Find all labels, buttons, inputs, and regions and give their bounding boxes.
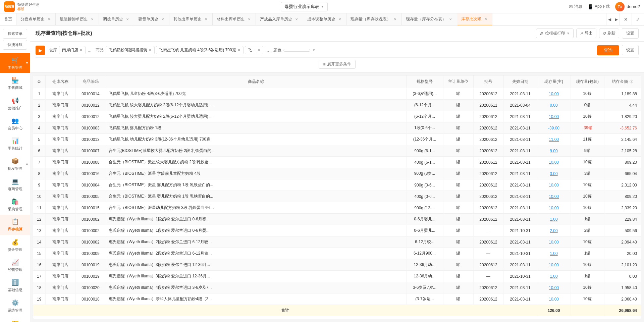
cell-qty-main-14[interactable]: 10.00 bbox=[537, 236, 571, 248]
tab-close-btn[interactable]: ✕ bbox=[620, 13, 632, 25]
color-filter-label: 颜色 bbox=[273, 47, 281, 53]
sidebar-item-corp[interactable]: 🤝 企业协同 bbox=[0, 316, 30, 322]
cell-code-16: 00100019 bbox=[75, 259, 106, 271]
warehouse-tag-1-close[interactable]: ✕ bbox=[79, 48, 83, 52]
tab-yao-huo-close[interactable]: ✕ bbox=[160, 17, 165, 22]
cell-qty-main-15[interactable]: 1.00 bbox=[537, 248, 571, 259]
cell-qty-main-1[interactable]: 10.00 bbox=[537, 88, 571, 100]
template-print-btn[interactable]: 🖨 按模板打印 ▼ bbox=[536, 29, 574, 38]
user-avatar-area[interactable]: Ea demo2 bbox=[615, 2, 640, 11]
cell-qty-main-11[interactable]: 10.00 bbox=[537, 202, 571, 214]
goods-tag-2[interactable]: 飞鹤星飞帆 儿童奶粉 4段(3-6岁适用) 700克 ✕ bbox=[156, 46, 244, 54]
sidebar-item-wholesale[interactable]: 📦 批发管理 ▼ bbox=[0, 154, 30, 174]
cell-qty-main-17[interactable]: 1.00 bbox=[537, 271, 571, 282]
tab-chan-pin[interactable]: 产成品入库单历史 ✕ bbox=[256, 13, 303, 25]
sidebar-item-retail-stats[interactable]: 📊 零售统计 bbox=[0, 134, 30, 154]
goods-tag-1[interactable]: 飞鹤奶粉3段同捆捆装 ✕ bbox=[106, 46, 155, 54]
sidebar-item-system[interactable]: ⚙️ 系统管理 bbox=[0, 296, 30, 316]
tab-cai-liao[interactable]: 材料出库单历史 ✕ bbox=[213, 13, 256, 25]
search-menu-btn[interactable]: 搜索菜单 bbox=[3, 29, 27, 39]
cell-qty-main-3[interactable]: 10.00 bbox=[537, 111, 571, 122]
tab-yao-huo[interactable]: 要货单历史 ✕ bbox=[134, 13, 169, 25]
sidebar-item-inventory[interactable]: 📋 库存核算 bbox=[0, 215, 30, 235]
tab-xian-cun-2-close[interactable]: ✕ bbox=[448, 17, 453, 22]
app-download-btn[interactable]: 📱 App下载 bbox=[588, 4, 610, 9]
cell-qty-main-7[interactable]: 10.00 bbox=[537, 157, 571, 168]
sidebar-item-retail-mgmt[interactable]: 🛒 零售管理 ▼ bbox=[0, 53, 30, 73]
tab-xian-cun-1-close[interactable]: ✕ bbox=[393, 17, 397, 22]
store-selector[interactable]: 母婴行业演示库表 ▼ bbox=[281, 2, 328, 11]
cell-qty-main-2[interactable]: 0.00 bbox=[537, 100, 571, 111]
refresh-btn[interactable]: ↺ 刷新 bbox=[599, 29, 619, 38]
cell-qty-main-4[interactable]: -39.00 bbox=[537, 122, 571, 134]
cell-qty-main-10[interactable]: 10.00 bbox=[537, 191, 571, 202]
tab-zu-chai-close[interactable]: ✕ bbox=[90, 17, 95, 22]
warehouse-more[interactable]: … bbox=[88, 48, 92, 53]
export-btn[interactable]: ↗ 导出 bbox=[576, 29, 596, 38]
cell-qty-main-16[interactable]: 10.00 bbox=[537, 259, 571, 271]
cell-warehouse-4: 南岸门店 bbox=[45, 122, 75, 134]
tab-cai-liao-close[interactable]: ✕ bbox=[247, 17, 252, 22]
tab-qi-ta-chu-ku[interactable]: 其他出库单历史 ✕ bbox=[169, 13, 213, 25]
messages-btn[interactable]: ✉ 消息 bbox=[569, 4, 582, 9]
th-settings[interactable]: ⚙ bbox=[33, 75, 45, 88]
tab-zu-chai[interactable]: 组装拆卸单历史 ✕ bbox=[56, 13, 99, 25]
goods-tag-3-close[interactable]: ✕ bbox=[257, 48, 260, 52]
goods-tag-1-close[interactable]: ✕ bbox=[149, 48, 152, 52]
quick-nav-btn[interactable]: 快捷导航 bbox=[3, 40, 27, 50]
goods-more[interactable]: … bbox=[265, 48, 269, 53]
cell-qty-main-13[interactable]: 2.00 bbox=[537, 225, 571, 236]
tab-ku-cun-close[interactable]: ✕ bbox=[483, 17, 488, 21]
tab-diao-bo[interactable]: 调拨单历史 ✕ bbox=[99, 13, 134, 25]
cell-balance-9: 2,312.00 bbox=[604, 179, 641, 191]
table-row: 14 南岸门店 00100002 惠氏启醒（Wyeth illuma）2段奶粉 … bbox=[33, 236, 641, 248]
cell-expire-10: 2021-03-11 bbox=[503, 191, 537, 202]
warehouse-tag-1[interactable]: 南岸门店 ✕ bbox=[59, 46, 86, 54]
balance-info-icon[interactable]: ⓘ bbox=[630, 79, 633, 84]
tab-xian-cun-1[interactable]: 现存量（库存状况表） ✕ bbox=[346, 13, 402, 25]
cell-unit-7: 罐 bbox=[443, 157, 473, 168]
cell-qty-pkg-2: 0罐 bbox=[571, 100, 604, 111]
settings-btn[interactable]: 设置 bbox=[622, 28, 639, 39]
tab-cheng-ben[interactable]: 成本调整单历史 ✕ bbox=[303, 13, 346, 25]
cell-qty-main-9[interactable]: 10.00 bbox=[537, 179, 571, 191]
tab-home[interactable]: 首页 bbox=[0, 13, 16, 25]
cell-batch-8: 20200612 bbox=[473, 168, 503, 179]
sidebar-item-finance[interactable]: 💰 资金管理 bbox=[0, 235, 30, 255]
sidebar-item-retail-store[interactable]: 🏪 零售商城 bbox=[0, 73, 30, 93]
tab-fen-pan-close[interactable]: ✕ bbox=[47, 17, 51, 22]
sidebar-item-marketing[interactable]: 📢 营销推广 bbox=[0, 94, 30, 114]
cell-batch-19: 20200612 bbox=[473, 293, 503, 305]
sidebar-item-basic-info[interactable]: ℹ️ 基础信息 bbox=[0, 275, 30, 296]
color-filter-input[interactable] bbox=[283, 49, 310, 52]
cell-qty-main-19[interactable]: 10.00 bbox=[537, 293, 571, 305]
table-row: 9 南岸门店 00100004 合生元（BIOSTIME）派星 婴儿配方奶粉 1… bbox=[33, 179, 641, 191]
tab-cheng-ben-close[interactable]: ✕ bbox=[337, 17, 342, 22]
goods-tag-3[interactable]: 飞… ✕ bbox=[245, 46, 263, 54]
tab-maximize-btn[interactable]: ⤢ bbox=[632, 13, 644, 25]
expand-more-btn[interactable]: ≡ 展开更多条件 bbox=[319, 60, 355, 69]
tab-next-btn[interactable]: ▶ bbox=[613, 13, 620, 25]
sidebar-item-purchase[interactable]: 🛍️ 采购管理 bbox=[0, 195, 30, 215]
tab-xian-cun-2[interactable]: 现存量（库存分布表） ✕ bbox=[402, 13, 457, 25]
tab-ku-cun-pi-ci[interactable]: 库存批次账 ✕ bbox=[457, 13, 492, 25]
cell-qty-main-18[interactable]: 10.00 bbox=[537, 282, 571, 293]
cell-qty-main-6[interactable]: 9.00 bbox=[537, 145, 571, 157]
cell-name-5: 飞鹤星飞帆 幼儿配方奶粉 3段(12-36个月幼儿适用) 700克 bbox=[106, 134, 406, 145]
goods-tag-2-close[interactable]: ✕ bbox=[237, 48, 240, 52]
filter-expand-btn[interactable]: ▶ bbox=[36, 46, 45, 55]
cell-qty-main-12[interactable]: 1.00 bbox=[537, 214, 571, 225]
sidebar-item-ecommerce[interactable]: 💻 电商管理 bbox=[0, 174, 30, 195]
cell-qty-main-5[interactable]: 11.00 bbox=[537, 134, 571, 145]
tab-qi-ta-close[interactable]: ✕ bbox=[204, 17, 208, 22]
tab-fen-pan[interactable]: 分盘点单历史 ✕ bbox=[16, 13, 56, 25]
tab-prev-btn[interactable]: ◀ bbox=[606, 13, 613, 25]
filter-settings-btn[interactable]: 设置 bbox=[622, 45, 639, 55]
query-btn[interactable]: 查询 bbox=[597, 45, 619, 55]
cell-no-6: 6 bbox=[33, 145, 45, 157]
cell-qty-main-8[interactable]: 3.00 bbox=[537, 168, 571, 179]
sidebar-item-member[interactable]: 👥 会员中心 bbox=[0, 114, 30, 134]
sidebar-item-biz-mgmt[interactable]: 📈 经营管理 bbox=[0, 255, 30, 275]
tab-chan-pin-close[interactable]: ✕ bbox=[294, 17, 299, 22]
tab-diao-bo-close[interactable]: ✕ bbox=[125, 17, 130, 22]
